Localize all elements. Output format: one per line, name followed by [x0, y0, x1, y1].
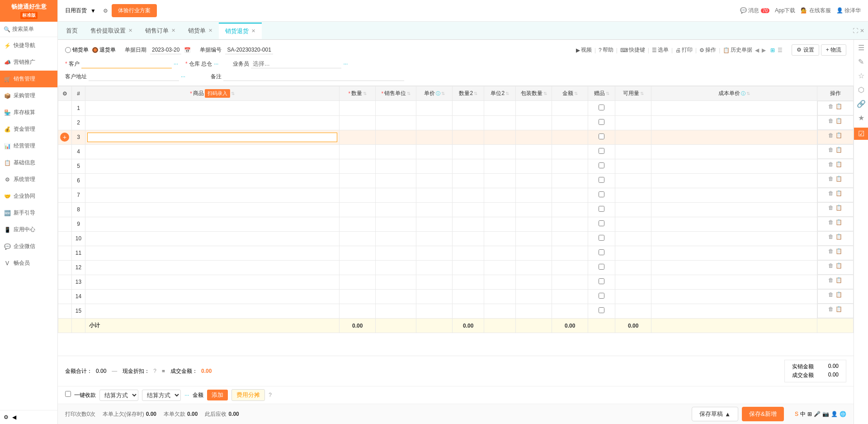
collapse-icon[interactable]: ◀ [12, 414, 16, 420]
add-row-button[interactable]: + [60, 133, 69, 142]
fee-split-button[interactable]: 费用分摊 [231, 389, 265, 401]
pack-sort[interactable]: ⇅ [543, 91, 547, 96]
tab-close-all-icon[interactable]: ✕ [860, 28, 864, 34]
settings-button[interactable]: ⚙ 设置 [792, 44, 819, 56]
rs-icon-3[interactable]: ☆ [858, 71, 864, 80]
copy-icon[interactable]: 📋 [835, 248, 842, 258]
copy-icon[interactable]: 📋 [835, 262, 842, 272]
customer-input[interactable] [81, 59, 172, 68]
col-unit-price[interactable]: 单价ⓘ⇅ [416, 86, 453, 101]
rs-icon-6[interactable]: ★ [858, 114, 864, 122]
sidebar-item-operations[interactable]: 📊 经营管理 [0, 138, 57, 154]
copy-icon[interactable]: 📋 [835, 190, 842, 200]
staff-select-btn[interactable]: ··· [343, 61, 348, 67]
delete-icon[interactable]: 🗑 [828, 291, 834, 301]
experience-button[interactable]: 体验行业方案 [112, 4, 157, 17]
col-available[interactable]: 可用量⇅ [615, 86, 651, 101]
col-gear[interactable]: ⚙ [58, 86, 72, 101]
delete-icon[interactable]: 🗑 [828, 132, 834, 142]
delete-icon[interactable]: 🗑 [828, 190, 834, 200]
tool1-icon[interactable]: 中 [800, 410, 806, 418]
delete-icon[interactable]: 🗑 [828, 262, 834, 272]
rs-icon-5[interactable]: 🔗 [857, 100, 866, 108]
copy-icon[interactable]: 📋 [835, 161, 842, 171]
delete-icon[interactable]: 🗑 [828, 306, 834, 316]
address-input[interactable] [89, 72, 179, 81]
copy-icon[interactable]: 📋 [835, 103, 842, 113]
account-dots[interactable]: ··· [184, 392, 189, 398]
nav-dropdown-icon[interactable]: ▼ [90, 8, 96, 14]
sidebar-item-vip[interactable]: V 畅会员 [0, 255, 57, 272]
customer-select-btn[interactable]: ··· [174, 61, 178, 67]
sidebar-item-newguide[interactable]: 🆕 新手引导 [0, 205, 57, 221]
copy-icon[interactable]: 📋 [835, 205, 842, 214]
toolbar-help[interactable]: ? 帮助 [599, 46, 613, 54]
sidebar-item-quicknav[interactable]: ⚡ 快捷导航 [0, 37, 57, 54]
copy-icon[interactable]: 📋 [835, 219, 842, 229]
rs-icon-4[interactable]: ⬡ [858, 86, 864, 94]
copy-icon[interactable]: 📋 [835, 118, 842, 128]
product-input-active[interactable] [87, 133, 337, 142]
toolbar-video[interactable]: ▶ 视频 [576, 46, 592, 54]
warehouse-select-btn[interactable]: ··· [214, 61, 218, 67]
toolbar-print[interactable]: 🖨 打印 [675, 46, 693, 54]
sidebar-item-enterprise[interactable]: 🤝 企业协同 [0, 188, 57, 205]
address-select-btn[interactable]: ··· [181, 73, 185, 80]
tab-home[interactable]: 首页 [60, 23, 84, 38]
sidebar-item-finance[interactable]: 💰 资金管理 [0, 121, 57, 138]
save-new-button[interactable]: 保存&新增 [742, 407, 784, 421]
online-service-link[interactable]: 💁 在线客服 [801, 7, 830, 14]
sidebar-item-basic[interactable]: 📋 基础信息 [0, 154, 57, 171]
tab-close-price[interactable]: ✕ [128, 28, 132, 33]
tab-close-sales-bill[interactable]: ✕ [208, 28, 212, 33]
settlement-select[interactable]: 结算方式 [99, 390, 138, 401]
fee-help-icon[interactable]: ? [269, 392, 272, 398]
sidebar-search[interactable]: 🔍 搜索菜单 [0, 22, 57, 37]
tab-close-sales-order[interactable]: ✕ [171, 28, 175, 33]
rs-icon-active[interactable]: ☑ [854, 128, 868, 140]
sidebar-item-purchase[interactable]: 📦 采购管理 [0, 87, 57, 104]
toolbar-select[interactable]: ☰ 选单 [652, 46, 669, 54]
gift-sort[interactable]: ⇅ [606, 91, 609, 96]
tool2-icon[interactable]: ⊞ [807, 411, 812, 417]
col-amount[interactable]: 金额⇅ [552, 86, 588, 101]
delete-icon[interactable]: 🗑 [828, 161, 834, 171]
copy-icon[interactable]: 📋 [835, 233, 842, 243]
delete-icon[interactable]: 🗑 [828, 205, 834, 214]
toolbar-shortcuts[interactable]: ⌨ 快捷键 [620, 46, 645, 54]
tab-sales-order[interactable]: 销售订单 ✕ [139, 23, 182, 38]
copy-icon[interactable]: 📋 [835, 291, 842, 301]
copy-icon[interactable]: 📋 [835, 147, 842, 157]
qty-sort[interactable]: ⇅ [363, 91, 367, 96]
toolbar-operate[interactable]: ⚙ 操作 [699, 46, 716, 54]
copy-icon[interactable]: 📋 [835, 132, 842, 142]
copy-icon[interactable]: 📋 [835, 306, 842, 316]
unit-sort[interactable]: ⇅ [407, 91, 410, 96]
avail-sort[interactable]: ⇅ [640, 91, 644, 96]
sidebar-item-wechat[interactable]: 💬 企业微信 [0, 238, 57, 255]
question-icon[interactable]: ? [153, 368, 156, 374]
copy-icon[interactable]: 📋 [835, 277, 842, 287]
date-value[interactable]: 2023-03-20 [150, 46, 181, 54]
tool3-icon[interactable]: 🎤 [814, 411, 821, 417]
settings-bottom-icon[interactable]: ⚙ [4, 414, 9, 420]
calc-method-select[interactable]: 结算方式 [142, 390, 181, 401]
rs-icon-2[interactable]: ✎ [858, 57, 864, 66]
gear-icon[interactable]: ⚙ [62, 91, 67, 97]
radio-return-bill[interactable]: 退货单 [92, 46, 116, 54]
col-product[interactable]: * 商品 扫码录入 ⇅ [85, 86, 340, 101]
tool5-icon[interactable]: 👤 [831, 411, 838, 417]
topbar-gear-icon[interactable]: ⚙ [103, 8, 108, 14]
sidebar-item-marketing[interactable]: 📣 营销推广 [0, 54, 57, 71]
tab-price-setting[interactable]: 售价提取设置 ✕ [84, 23, 139, 38]
product-sort[interactable]: ⇅ [231, 91, 235, 96]
tab-close-sales-return[interactable]: ✕ [251, 28, 255, 34]
delete-icon[interactable]: 🗑 [828, 219, 834, 229]
col-gift[interactable]: 赠品⇅ [588, 86, 615, 101]
tab-sales-bill[interactable]: 销货单 ✕ [182, 23, 219, 38]
history-prev-icon[interactable]: ◀ [755, 47, 759, 53]
sidebar-item-inventory[interactable]: 🏪 库存核算 [0, 104, 57, 121]
bill-number-value[interactable]: SA-20230320-001 [225, 46, 273, 54]
sidebar-item-appcenter[interactable]: 📱 应用中心 [0, 221, 57, 238]
delete-icon[interactable]: 🗑 [828, 176, 834, 186]
